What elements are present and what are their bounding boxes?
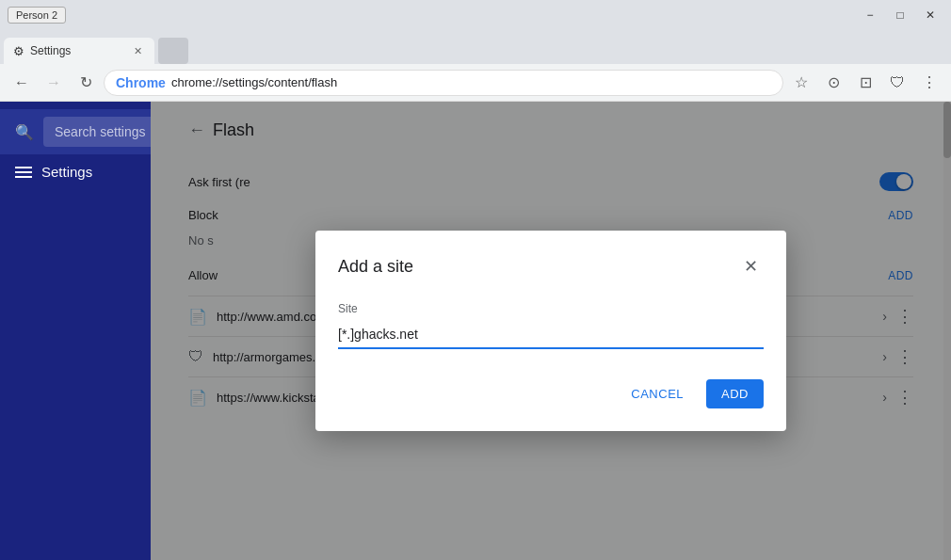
minimize-button[interactable]: − xyxy=(857,5,883,25)
modal-overlay: Add a site ✕ Site CANCEL ADD xyxy=(151,102,951,560)
settings-container: 🔍 Settings ← Flash Ask first (re xyxy=(0,102,951,560)
cancel-button[interactable]: CANCEL xyxy=(616,379,699,408)
history-button[interactable]: ⊙ xyxy=(819,69,847,97)
new-tab-placeholder xyxy=(158,38,188,64)
sidebar: 🔍 Settings xyxy=(0,102,151,560)
menu-button[interactable]: ⋮ xyxy=(915,69,943,97)
modal-header: Add a site ✕ xyxy=(338,253,764,280)
nav-bar: ← → ↻ Chrome chrome://settings/content/f… xyxy=(0,64,951,102)
title-bar-left: Person 2 xyxy=(8,7,66,24)
reload-button[interactable]: ↻ xyxy=(72,69,100,97)
settings-tab[interactable]: ⚙ Settings ✕ xyxy=(4,38,154,64)
main-content: ← Flash Ask first (re Block ADD No s All… xyxy=(151,102,951,560)
modal-dialog: Add a site ✕ Site CANCEL ADD xyxy=(315,231,786,431)
maximize-button[interactable]: □ xyxy=(887,5,913,25)
modal-close-button[interactable]: ✕ xyxy=(737,253,764,280)
title-bar: Person 2 − □ ✕ xyxy=(0,0,951,30)
sidebar-header: Settings xyxy=(0,154,151,189)
search-bar-area: 🔍 xyxy=(0,109,151,154)
bookmark-button[interactable]: ☆ xyxy=(787,69,815,97)
forward-button[interactable]: → xyxy=(40,69,68,97)
extensions-button[interactable]: ⊡ xyxy=(851,69,879,97)
sidebar-title: Settings xyxy=(41,164,92,180)
tab-title: Settings xyxy=(30,44,124,57)
tab-bar: ⚙ Settings ✕ xyxy=(0,30,951,64)
title-bar-right: − □ ✕ xyxy=(857,5,943,25)
chrome-logo: Chrome xyxy=(116,75,166,90)
tab-favicon: ⚙ xyxy=(13,44,24,58)
add-button[interactable]: ADD xyxy=(706,379,764,408)
modal-body: Site xyxy=(338,302,764,349)
close-button[interactable]: ✕ xyxy=(917,5,943,25)
hamburger-menu[interactable] xyxy=(15,167,32,178)
back-button[interactable]: ← xyxy=(8,69,36,97)
profile-badge[interactable]: Person 2 xyxy=(8,7,66,24)
url-display: chrome://settings/content/flash xyxy=(171,75,337,89)
shield-button[interactable]: 🛡 xyxy=(883,69,911,97)
tab-close-button[interactable]: ✕ xyxy=(130,43,145,58)
nav-icons: ☆ ⊙ ⊡ 🛡 ⋮ xyxy=(787,69,943,97)
address-bar[interactable]: Chrome chrome://settings/content/flash xyxy=(104,70,783,96)
site-field-label: Site xyxy=(338,302,764,315)
modal-footer: CANCEL ADD xyxy=(338,379,764,408)
modal-title: Add a site xyxy=(338,257,413,277)
search-icon: 🔍 xyxy=(15,123,34,141)
site-input[interactable] xyxy=(338,321,764,349)
